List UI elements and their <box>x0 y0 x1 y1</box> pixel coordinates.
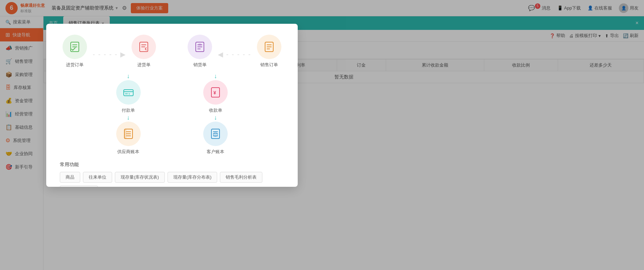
arrow-down-receipt: ↓ <box>214 113 217 122</box>
func-btn-counterpart[interactable]: 往来单位 <box>83 172 112 183</box>
sale-bill-circle[interactable] <box>188 35 212 59</box>
modal-box: 进货订单 - - - - - ▶ 进货单 <box>46 24 298 187</box>
func-btn-stock-dist[interactable]: 现存量(库存分布表) <box>168 172 217 183</box>
sale-bill-label: 销货单 <box>193 62 207 68</box>
sale-order-label: 销售订单 <box>260 62 278 68</box>
modal-overlay: 进货订单 - - - - - ▶ 进货单 <box>0 0 644 270</box>
func-btn-sale-margin[interactable]: 销售毛利分析表 <box>220 172 262 183</box>
flow-node-customer-ledger: 客户账本 <box>203 122 228 155</box>
svg-line-7 <box>145 49 146 50</box>
flow-node-purchase-bill: 进货单 <box>132 35 156 68</box>
receipt-circle[interactable]: ¥ <box>203 80 228 105</box>
arrow-po-to-pb: - - - - - ▶ <box>93 50 126 68</box>
flow-node-purchase-order: 进货订单 <box>63 35 87 68</box>
arrow-down-sb: ↓ <box>214 72 217 80</box>
function-buttons-row1: 商品 往来单位 现存量(库存状况表) 现存量(库存分布表) 销售毛利分析表 商品… <box>60 172 284 187</box>
arrow-so-to-sb: ◀ - - - - - <box>218 50 251 68</box>
receipt-label: 收款单 <box>209 107 222 113</box>
func-btn-goods-margin[interactable]: 商品毛利分析 <box>60 185 98 187</box>
purchase-order-circle[interactable] <box>63 35 87 59</box>
svg-text:¥: ¥ <box>213 90 216 95</box>
customer-ledger-circle[interactable] <box>203 122 228 146</box>
customer-ledger-label: 客户账本 <box>207 149 224 155</box>
flow-node-sale-bill: 销货单 <box>188 35 212 68</box>
flow-node-sale-order: 销售订单 <box>257 35 281 68</box>
purchase-bill-circle[interactable] <box>132 35 156 59</box>
func-btn-goods[interactable]: 商品 <box>60 172 80 183</box>
svg-text:¥: ¥ <box>128 92 130 95</box>
svg-rect-19 <box>125 93 128 94</box>
flow-node-payment: ¥ 付款单 <box>116 80 141 113</box>
payment-circle[interactable]: ¥ <box>116 80 141 105</box>
arrow-down-pb: ↓ <box>127 72 130 80</box>
arrow-down-payment: ↓ <box>127 113 130 122</box>
purchase-order-label: 进货订单 <box>66 62 84 68</box>
common-functions-title: 常用功能 <box>60 162 284 168</box>
payment-label: 付款单 <box>122 107 135 113</box>
svg-rect-27 <box>124 129 126 139</box>
purchase-bill-label: 进货单 <box>137 62 151 68</box>
svg-rect-12 <box>198 43 201 46</box>
flow-section: 进货订单 - - - - - ▶ 进货单 <box>46 24 298 162</box>
func-btn-stock-status[interactable]: 现存量(库存状况表) <box>115 172 165 183</box>
flow-node-supplier-ledger: 供应商账本 <box>116 122 141 155</box>
common-functions-section: 常用功能 商品 往来单位 现存量(库存状况表) 现存量(库存分布表) 销售毛利分… <box>46 162 298 187</box>
sale-order-circle[interactable] <box>257 35 281 59</box>
supplier-ledger-circle[interactable] <box>116 122 141 146</box>
supplier-ledger-label: 供应商账本 <box>117 149 139 155</box>
flow-node-receipt: ¥ 收款单 <box>203 80 228 113</box>
